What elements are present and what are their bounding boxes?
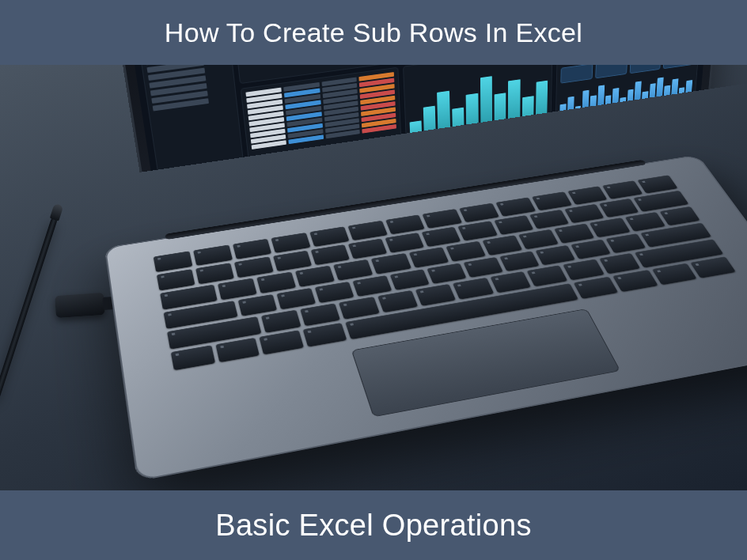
panel-widgets — [554, 65, 701, 172]
pen-prop — [0, 218, 58, 400]
laptop — [52, 108, 747, 490]
footer-banner: Basic Excel Operations — [0, 490, 747, 560]
panel-datatable2 — [241, 67, 404, 219]
hero-illustration — [0, 65, 747, 490]
panel-rowlist — [123, 65, 250, 233]
header-title: How To Create Sub Rows In Excel — [165, 17, 582, 48]
header-banner: How To Create Sub Rows In Excel — [0, 0, 747, 65]
footer-title: Basic Excel Operations — [215, 509, 531, 543]
panel-minibars — [403, 65, 553, 195]
trackpad — [351, 308, 621, 417]
